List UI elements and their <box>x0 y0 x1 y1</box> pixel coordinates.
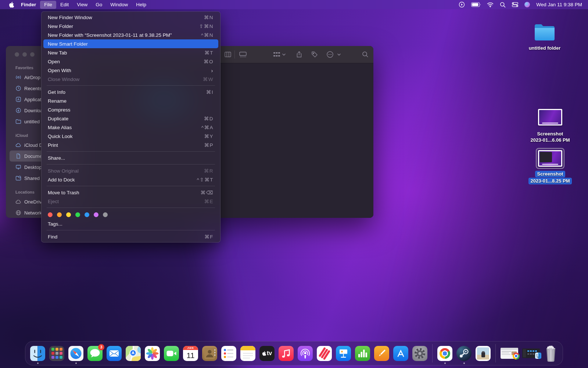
desktop-icon-untitled-folder[interactable]: untitled folder <box>524 23 565 51</box>
svg-text:A: A <box>17 98 19 101</box>
menu-item-rename[interactable]: Rename <box>43 96 218 105</box>
dock-system-preferences[interactable] <box>412 346 427 361</box>
menu-item-quick-look[interactable]: Quick Look⌘Y <box>43 132 218 141</box>
menubar-app-name[interactable]: Finder <box>17 2 40 7</box>
dock-keynote[interactable] <box>336 346 351 361</box>
dock-numbers[interactable] <box>355 346 370 361</box>
minimize-button[interactable] <box>22 52 27 57</box>
tag-gray[interactable] <box>103 212 108 217</box>
file-menu-dropdown: New Finder Window⌘N New Folder⇧⌘N New Fo… <box>41 11 220 243</box>
dock-podcasts[interactable] <box>298 346 313 361</box>
tag-orange[interactable] <box>57 212 62 217</box>
group-by-icon[interactable] <box>273 51 286 60</box>
tag-green[interactable] <box>75 212 80 217</box>
tag-red[interactable] <box>48 212 53 217</box>
dock-minimized-window-dark[interactable] <box>522 348 540 358</box>
dock-apple-tv[interactable]: tv <box>259 346 275 361</box>
folder-icon <box>15 118 21 124</box>
folder-icon <box>533 23 556 42</box>
dock-launchpad[interactable] <box>49 346 64 361</box>
tag-yellow[interactable] <box>66 212 71 217</box>
dock-photo-file[interactable] <box>476 346 491 361</box>
more-actions-icon[interactable] <box>326 51 341 60</box>
menubar-view[interactable]: View <box>73 0 92 9</box>
menu-item-make-alias[interactable]: Make Alias^⌘A <box>43 123 218 132</box>
battery-icon[interactable] <box>471 2 481 7</box>
menu-separator <box>47 230 215 230</box>
apple-logo-icon <box>9 2 14 8</box>
columns-view-icon[interactable] <box>224 51 232 60</box>
menu-separator <box>47 186 215 186</box>
dock-maps[interactable] <box>126 346 141 361</box>
dock-app-store[interactable] <box>393 346 408 361</box>
dock-finder[interactable] <box>30 346 45 361</box>
menu-item-get-info[interactable]: Get Info⌘I <box>43 88 218 96</box>
document-icon <box>15 153 21 159</box>
menu-item-new-folder-with[interactable]: New Folder with “Screenshot 2023-01-11 a… <box>43 31 218 39</box>
dock-photos[interactable] <box>145 346 160 361</box>
dock-facetime[interactable] <box>164 346 179 361</box>
screenshot-thumbnail <box>538 109 562 125</box>
menubar-help[interactable]: Help <box>132 0 150 9</box>
menu-item-open[interactable]: Open⌘O <box>43 57 218 66</box>
menu-item-show-original: Show Original⌘R <box>43 166 218 175</box>
menu-item-share[interactable]: Share... <box>43 153 218 162</box>
wifi-icon[interactable] <box>487 2 494 7</box>
dock-steam[interactable] <box>456 346 472 361</box>
siri-icon[interactable] <box>524 2 530 7</box>
applications-icon: A <box>15 96 21 102</box>
window-controls[interactable] <box>15 52 35 57</box>
menu-item-new-folder[interactable]: New Folder⇧⌘N <box>43 22 218 31</box>
gallery-view-icon[interactable] <box>239 51 247 60</box>
menu-item-add-to-dock[interactable]: Add to Dock^⇧⌘T <box>43 175 218 184</box>
menubar-window[interactable]: Window <box>106 0 132 9</box>
menu-separator <box>47 208 215 208</box>
menubar-go[interactable]: Go <box>92 0 106 9</box>
control-center-icon[interactable] <box>512 2 518 7</box>
dock-mail[interactable] <box>107 346 122 361</box>
dock-chrome[interactable] <box>437 346 452 361</box>
menubar-edit[interactable]: Edit <box>56 0 73 9</box>
cloud-icon <box>15 142 21 148</box>
menu-item-move-to-trash[interactable]: Move to Trash⌘⌫ <box>43 188 218 197</box>
dock-messages[interactable]: 3 <box>87 346 103 361</box>
share-icon[interactable] <box>295 51 303 60</box>
spotlight-icon[interactable] <box>500 2 506 8</box>
dock-pages[interactable] <box>374 346 389 361</box>
menu-item-new-smart-folder[interactable]: New Smart Folder <box>43 39 218 48</box>
menu-item-duplicate[interactable]: Duplicate⌘D <box>43 114 218 123</box>
dock-calendar[interactable]: JAN 11 <box>183 346 198 361</box>
dock-minimized-window-chrome[interactable] <box>501 348 518 359</box>
menu-item-tags[interactable]: Tags... <box>43 219 218 228</box>
tag-purple[interactable] <box>94 212 98 217</box>
menu-item-close-window: Close Window⌘W <box>43 75 218 84</box>
tag-icon[interactable] <box>311 51 318 60</box>
onedrive-icon <box>15 199 21 205</box>
tag-blue[interactable] <box>85 212 89 217</box>
dock-safari[interactable] <box>68 346 83 361</box>
desktop-icon-screenshot-2[interactable]: Screenshot2023-01...8.25 PM <box>527 148 573 184</box>
menu-item-compress[interactable]: Compress <box>43 105 218 114</box>
dock-news[interactable] <box>317 346 332 361</box>
menu-item-find[interactable]: Find⌘F <box>43 232 218 241</box>
airdrop-icon <box>15 74 21 80</box>
search-icon[interactable] <box>362 51 369 60</box>
apple-menu[interactable] <box>6 0 17 9</box>
dock-notes[interactable] <box>240 346 255 361</box>
zoom-button[interactable] <box>30 52 35 57</box>
dock-separator <box>495 344 496 362</box>
dock-trash[interactable] <box>544 345 558 362</box>
desktop-icon-screenshot-1[interactable]: Screenshot2023-01...6.06 PM <box>527 109 573 143</box>
dock-contacts[interactable] <box>202 346 217 361</box>
screen-mirroring-icon[interactable] <box>459 1 465 8</box>
dock-reminders[interactable] <box>221 346 236 361</box>
menubar-file[interactable]: File <box>40 1 56 9</box>
menu-item-new-tab[interactable]: New Tab⌘T <box>43 48 218 57</box>
screenshot-thumbnail <box>538 150 562 167</box>
menu-item-new-finder-window[interactable]: New Finder Window⌘N <box>43 13 218 22</box>
menubar-clock[interactable]: Wed Jan 11 9:38 PM <box>536 2 582 7</box>
dock-music[interactable] <box>279 346 294 361</box>
close-button[interactable] <box>15 52 19 57</box>
menu-item-open-with[interactable]: Open With› <box>43 66 218 75</box>
menu-item-print[interactable]: Print⌘P <box>43 141 218 149</box>
